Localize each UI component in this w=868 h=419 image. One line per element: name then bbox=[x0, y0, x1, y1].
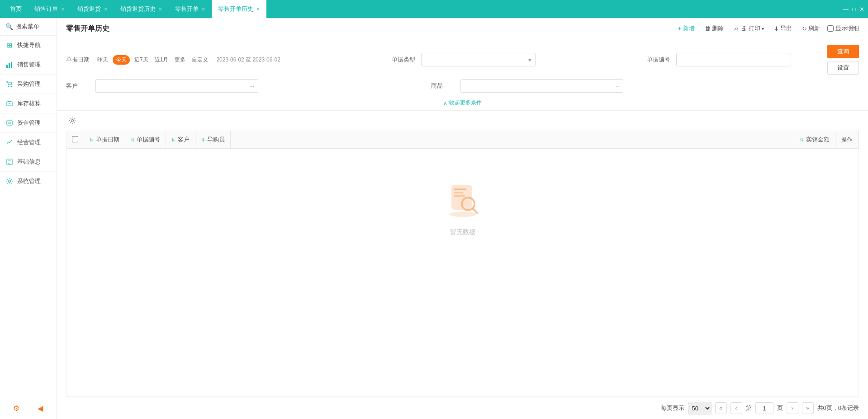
sidebar-collapse-btn[interactable]: ◀ bbox=[34, 402, 47, 414]
goods-filter-label: 商品 bbox=[431, 82, 460, 90]
collapse-icon: ∧ bbox=[443, 100, 447, 106]
first-page-btn[interactable]: « bbox=[715, 402, 727, 414]
date-btn-yesterday[interactable]: 昨天 bbox=[95, 55, 110, 65]
pagination-bar: 每页显示 20 50 100 « ‹ 第 页 › » 共0页，0条记录 bbox=[57, 397, 868, 419]
col-code[interactable]: ⇅ 单据编号 bbox=[125, 131, 166, 149]
prev-page-btn[interactable]: ‹ bbox=[730, 402, 742, 414]
total-info: 共0页，0条记录 bbox=[817, 404, 859, 412]
svg-point-4 bbox=[11, 86, 12, 87]
delete-btn[interactable]: 🗑 删除 bbox=[702, 23, 727, 34]
add-btn[interactable]: + 新增 bbox=[675, 23, 697, 34]
minimize-btn[interactable]: — bbox=[843, 6, 849, 13]
purchase-mgmt-icon bbox=[5, 80, 14, 88]
table-settings-icon[interactable] bbox=[66, 114, 79, 127]
svg-rect-6 bbox=[7, 121, 12, 125]
type-filter-select[interactable]: ▾ bbox=[421, 53, 536, 66]
tab-home[interactable]: 首页 bbox=[4, 0, 28, 18]
select-all-checkbox[interactable] bbox=[72, 136, 78, 142]
tab-sales-order-close[interactable]: ✕ bbox=[61, 6, 65, 12]
tab-retail-open-label: 零售开单 bbox=[175, 5, 199, 13]
refresh-btn[interactable]: ↻ 刷新 bbox=[799, 23, 823, 34]
customer-dots[interactable]: ··· bbox=[249, 83, 254, 89]
show-detail-checkbox[interactable] bbox=[827, 25, 834, 32]
svg-rect-1 bbox=[9, 63, 10, 68]
date-btn-custom[interactable]: 自定义 bbox=[190, 55, 210, 65]
svg-rect-14 bbox=[454, 192, 464, 193]
col-customer-label: 客户 bbox=[178, 136, 190, 143]
date-btn-1month[interactable]: 近1月 bbox=[153, 55, 171, 65]
goods-dots[interactable]: ··· bbox=[614, 83, 619, 89]
sidebar-item-label: 经营管理 bbox=[17, 138, 41, 146]
finance-icon bbox=[5, 119, 14, 127]
last-page-btn[interactable]: » bbox=[802, 402, 814, 414]
tab-retail-open-close[interactable]: ✕ bbox=[201, 6, 205, 12]
date-btn-more[interactable]: 更多 bbox=[173, 55, 187, 65]
content-area: 零售开单历史 + 新增 🗑 删除 🖨 🖨 打印 ▾ ⬇ 导出 ↻ 刷新 bbox=[57, 18, 868, 419]
date-range-text: 2023-06-02 至 2023-06-02 bbox=[216, 56, 280, 64]
sidebar-item-sales-mgmt[interactable]: 销售管理 bbox=[0, 55, 57, 75]
table-toolbar bbox=[66, 111, 859, 131]
col-date[interactable]: ⇅ 单据日期 bbox=[84, 131, 125, 149]
customer-filter-select[interactable]: ··· bbox=[95, 79, 258, 93]
code-filter-input[interactable] bbox=[676, 53, 791, 66]
col-checkbox bbox=[66, 131, 84, 149]
sort-date-icon: ⇅ bbox=[90, 137, 93, 142]
date-btn-today[interactable]: 今天 bbox=[113, 55, 130, 65]
filter-row-customer: 客户 ··· 商品 ··· bbox=[66, 79, 859, 93]
close-btn[interactable]: ✕ bbox=[859, 6, 864, 13]
sidebar-item-purchase-mgmt[interactable]: 采购管理 bbox=[0, 75, 57, 94]
sidebar-item-system[interactable]: 系统管理 bbox=[0, 172, 57, 191]
maximize-btn[interactable]: □ bbox=[852, 6, 856, 13]
export-icon: ⬇ bbox=[774, 25, 779, 32]
tab-sales-order-label: 销售订单 bbox=[34, 5, 58, 13]
print-icon: 🖨 bbox=[734, 25, 740, 32]
tab-sales-order[interactable]: 销售订单 ✕ bbox=[28, 0, 71, 18]
tab-sales-return-history[interactable]: 销货退货历史 ✕ bbox=[114, 0, 169, 18]
svg-point-9 bbox=[9, 180, 11, 183]
collapse-btn[interactable]: ∧ 收起更多条件 bbox=[443, 97, 482, 107]
sidebar-search-label: 搜索菜单 bbox=[16, 23, 39, 31]
page-input[interactable] bbox=[755, 402, 773, 414]
col-guide[interactable]: ⇅ 导购员 bbox=[195, 131, 230, 149]
tab-sales-return[interactable]: 销货退货 ✕ bbox=[71, 0, 114, 18]
print-btn[interactable]: 🖨 🖨 打印 ▾ bbox=[731, 23, 767, 34]
export-btn[interactable]: ⬇ 导出 bbox=[771, 23, 795, 34]
sidebar-item-finance[interactable]: 资金管理 bbox=[0, 113, 57, 133]
query-btn[interactable]: 查询 bbox=[827, 45, 859, 58]
goods-filter-select[interactable]: ··· bbox=[460, 79, 623, 93]
tab-sales-return-close[interactable]: ✕ bbox=[104, 6, 108, 12]
page-title: 零售开单历史 bbox=[66, 24, 109, 33]
next-page-icon: › bbox=[792, 405, 793, 411]
print-label: 🖨 打印 bbox=[741, 24, 760, 33]
tab-sales-return-history-label: 销货退货历史 bbox=[120, 5, 156, 13]
svg-rect-15 bbox=[454, 195, 465, 197]
data-table: ⇅ 单据日期 ⇅ 单据编号 ⇅ 客户 bbox=[66, 131, 859, 149]
col-amount[interactable]: ⇅ 实销金额 bbox=[794, 131, 835, 149]
svg-point-10 bbox=[71, 120, 74, 122]
col-customer[interactable]: ⇅ 客户 bbox=[166, 131, 195, 149]
sidebar: 🔍 搜索菜单 ⊞ 快捷导航 销售管理 采购管理 库存核算 bbox=[0, 18, 57, 419]
sidebar-item-operation[interactable]: 经营管理 bbox=[0, 133, 57, 152]
prev-page-icon: ‹ bbox=[735, 405, 737, 411]
sidebar-item-inventory[interactable]: 库存核算 bbox=[0, 94, 57, 113]
tab-retail-open-history-close[interactable]: ✕ bbox=[256, 6, 260, 12]
sort-guide-icon: ⇅ bbox=[201, 137, 204, 142]
filter-settings-btn[interactable]: 设置 bbox=[827, 61, 859, 75]
system-icon bbox=[5, 177, 14, 185]
sidebar-item-basic-info[interactable]: 基础信息 bbox=[0, 152, 57, 172]
empty-icon bbox=[440, 176, 485, 221]
date-btn-7days[interactable]: 近7天 bbox=[133, 55, 150, 65]
sidebar-settings-btn[interactable]: ⚙ bbox=[10, 402, 23, 414]
tab-retail-open-history[interactable]: 零售开单历史 ✕ bbox=[212, 0, 266, 18]
collapse-row: ∧ 收起更多条件 bbox=[66, 97, 859, 107]
tab-sales-return-history-close[interactable]: ✕ bbox=[158, 6, 162, 12]
next-page-btn[interactable]: › bbox=[787, 402, 798, 414]
page-size-select[interactable]: 20 50 100 bbox=[688, 402, 711, 414]
table-wrap: ⇅ 单据日期 ⇅ 单据编号 ⇅ 客户 bbox=[66, 131, 859, 397]
show-detail-text: 显示明细 bbox=[835, 24, 859, 33]
tab-retail-open[interactable]: 零售开单 ✕ bbox=[169, 0, 212, 18]
sidebar-search[interactable]: 🔍 搜索菜单 bbox=[0, 18, 57, 36]
sidebar-item-quick-nav[interactable]: ⊞ 快捷导航 bbox=[0, 36, 57, 55]
main-layout: 🔍 搜索菜单 ⊞ 快捷导航 销售管理 采购管理 库存核算 bbox=[0, 18, 868, 419]
collapse-label: 收起更多条件 bbox=[449, 99, 482, 107]
